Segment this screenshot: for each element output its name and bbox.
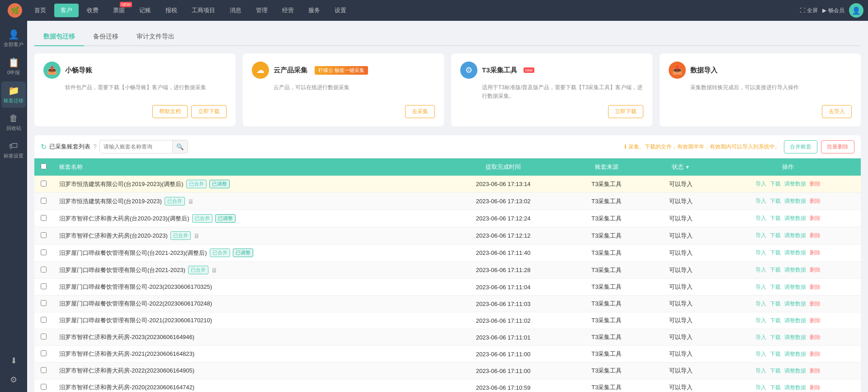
action-btn-导入[interactable]: 导入 — [755, 197, 766, 205]
row-checkbox[interactable] — [41, 334, 47, 339]
action-btn-调整数据[interactable]: 调整数据 — [784, 266, 806, 274]
action-btn-导入[interactable]: 导入 — [755, 266, 766, 274]
action-btn-下载[interactable]: 下载 — [770, 384, 781, 392]
user-avatar[interactable]: 👤 — [849, 3, 863, 18]
action-btn-下载[interactable]: 下载 — [770, 367, 781, 375]
action-btn-删除[interactable]: 删除 — [810, 266, 821, 274]
nav-item-消息[interactable]: 消息 — [223, 4, 248, 17]
row-checkbox[interactable] — [41, 198, 47, 204]
search-input[interactable] — [100, 143, 172, 150]
action-btn-导入[interactable]: 导入 — [755, 384, 766, 392]
action-btn-导入[interactable]: 导入 — [755, 350, 766, 358]
tab-数据包迁移[interactable]: 数据包迁移 — [34, 28, 84, 46]
sidebar-item-回收站[interactable]: 🗑回收站 — [1, 110, 26, 135]
action-btn-删除[interactable]: 删除 — [810, 384, 821, 392]
action-btn-下载[interactable]: 下载 — [770, 232, 781, 239]
action-btn-调整数据[interactable]: 调整数据 — [784, 367, 806, 375]
action-btn-下载[interactable]: 下载 — [770, 334, 781, 341]
search-button[interactable]: 🔍 — [172, 140, 188, 153]
action-btn-删除[interactable]: 删除 — [810, 197, 821, 205]
action-btn-调整数据[interactable]: 调整数据 — [784, 232, 806, 239]
nav-item-报税[interactable]: 报税 — [159, 4, 184, 17]
action-btn-调整数据[interactable]: 调整数据 — [784, 215, 806, 222]
card-action-btn[interactable]: 去采集 — [405, 105, 435, 118]
sidebar-item-账套迁移[interactable]: 📁账套迁移 — [1, 81, 26, 108]
action-btn-删除[interactable]: 删除 — [810, 232, 821, 239]
card-action-btn[interactable]: 帮助文档 — [152, 105, 188, 118]
action-btn-调整数据[interactable]: 调整数据 — [784, 283, 806, 291]
row-checkbox[interactable] — [41, 232, 47, 238]
action-btn-调整数据[interactable]: 调整数据 — [784, 300, 806, 308]
sidebar-bottom-item[interactable]: ⚙ — [1, 372, 26, 387]
row-checkbox[interactable] — [41, 300, 47, 306]
sidebar-item-全部客户[interactable]: 👤全部客户 — [1, 25, 26, 52]
action-btn-下载[interactable]: 下载 — [770, 266, 781, 274]
action-btn-调整数据[interactable]: 调整数据 — [784, 384, 806, 392]
action-btn-导入[interactable]: 导入 — [755, 367, 766, 375]
nav-item-客户[interactable]: 客户 — [54, 4, 79, 17]
action-btn-下载[interactable]: 下载 — [770, 350, 781, 358]
logo[interactable]: 🌿 — [5, 3, 25, 18]
action-btn-导入[interactable]: 导入 — [755, 334, 766, 341]
tab-审计文件导出[interactable]: 审计文件导出 — [127, 28, 184, 46]
action-btn-下载[interactable]: 下载 — [770, 300, 781, 308]
action-btn-调整数据[interactable]: 调整数据 — [784, 350, 806, 358]
nav-item-记账[interactable]: 记账 — [133, 4, 157, 17]
nav-item-经营[interactable]: 经营 — [276, 4, 300, 17]
row-checkbox[interactable] — [41, 367, 47, 373]
row-extra-icon[interactable]: 🖥 — [211, 267, 217, 274]
nav-item-工商项目[interactable]: 工商项目 — [185, 4, 222, 17]
action-btn-调整数据[interactable]: 调整数据 — [784, 317, 806, 325]
row-checkbox[interactable] — [41, 350, 47, 356]
action-btn-导入[interactable]: 导入 — [755, 317, 766, 325]
action-btn-调整数据[interactable]: 调整数据 — [784, 197, 806, 205]
action-btn-删除[interactable]: 删除 — [810, 283, 821, 291]
row-checkbox[interactable] — [41, 181, 47, 186]
action-btn-导入[interactable]: 导入 — [755, 180, 766, 188]
refresh-icon[interactable]: ↻ — [41, 143, 47, 151]
action-btn-下载[interactable]: 下载 — [770, 197, 781, 205]
nav-item-设置[interactable]: 设置 — [328, 4, 353, 17]
action-btn-导入[interactable]: 导入 — [755, 232, 766, 239]
help-icon[interactable]: ? — [93, 143, 97, 150]
action-btn-下载[interactable]: 下载 — [770, 180, 781, 188]
member-button[interactable]: ▶ 畅会员 — [822, 7, 844, 14]
action-btn-删除[interactable]: 删除 — [810, 180, 821, 188]
nav-item-收费[interactable]: 收费 — [80, 4, 105, 17]
action-btn-下载[interactable]: 下载 — [770, 215, 781, 222]
row-checkbox[interactable] — [41, 317, 47, 323]
row-checkbox[interactable] — [41, 283, 47, 289]
fullscreen-button[interactable]: ⛶ 全屏 — [800, 7, 818, 14]
action-btn-删除[interactable]: 删除 — [810, 334, 821, 341]
row-checkbox[interactable] — [41, 215, 47, 221]
action-btn-删除[interactable]: 删除 — [810, 249, 821, 257]
action-btn-删除[interactable]: 删除 — [810, 300, 821, 308]
action-btn-删除[interactable]: 删除 — [810, 215, 821, 222]
nav-item-服务[interactable]: 服务 — [302, 4, 326, 17]
action-btn-导入[interactable]: 导入 — [755, 300, 766, 308]
action-btn-删除[interactable]: 删除 — [810, 367, 821, 375]
row-extra-icon[interactable]: 🖥 — [188, 198, 194, 205]
row-checkbox[interactable] — [41, 267, 47, 272]
sidebar-item-0申报[interactable]: 📋0申报 — [1, 53, 26, 80]
action-btn-调整数据[interactable]: 调整数据 — [784, 249, 806, 257]
action-btn-下载[interactable]: 下载 — [770, 317, 781, 325]
card-action-btn[interactable]: 立即下载 — [608, 105, 643, 118]
action-btn-删除[interactable]: 删除 — [810, 317, 821, 325]
action-btn-调整数据[interactable]: 调整数据 — [784, 180, 806, 188]
action-btn-下载[interactable]: 下载 — [770, 283, 781, 291]
row-extra-icon[interactable]: 🖥 — [193, 232, 200, 239]
row-checkbox[interactable] — [41, 384, 47, 390]
card-action-btn[interactable]: 去导入 — [822, 105, 852, 118]
action-btn-导入[interactable]: 导入 — [755, 283, 766, 291]
row-checkbox[interactable] — [41, 249, 47, 255]
action-btn-调整数据[interactable]: 调整数据 — [784, 334, 806, 341]
sidebar-bottom-item[interactable]: ⬇ — [1, 353, 26, 368]
nav-item-管理[interactable]: 管理 — [250, 4, 274, 17]
nav-item-首页[interactable]: 首页 — [28, 4, 52, 17]
action-btn-下载[interactable]: 下载 — [770, 249, 781, 257]
sort-icon[interactable]: ▼ — [685, 164, 690, 170]
action-btn-导入[interactable]: 导入 — [755, 215, 766, 222]
sidebar-item-标签设置[interactable]: 🏷标签设置 — [1, 137, 26, 163]
action-btn-导入[interactable]: 导入 — [755, 249, 766, 257]
